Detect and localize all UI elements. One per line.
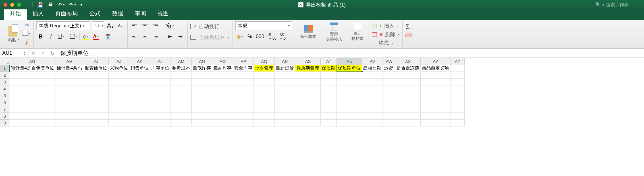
cell[interactable] (321, 72, 337, 79)
underline-button[interactable]: U▾ (57, 32, 65, 41)
fx-button[interactable]: fx (48, 49, 57, 58)
cell[interactable] (109, 72, 129, 79)
cell[interactable] (421, 92, 450, 99)
format-cells-button[interactable]: 格式▾ (372, 40, 400, 46)
zoom-window-button[interactable] (17, 3, 21, 7)
cell[interactable] (109, 113, 129, 120)
cell[interactable] (275, 120, 295, 126)
cell[interactable] (275, 113, 295, 120)
comma-style-button[interactable]: 000 (256, 32, 264, 41)
cell[interactable] (83, 99, 109, 106)
cell[interactable] (450, 72, 465, 79)
cell[interactable] (275, 72, 295, 79)
cell[interactable] (233, 92, 254, 99)
cell[interactable]: 是否走冻链 (395, 65, 421, 72)
save-icon[interactable]: 💾 (37, 2, 43, 8)
cell[interactable] (150, 85, 171, 92)
cell[interactable] (83, 79, 109, 85)
cell[interactable] (109, 120, 129, 126)
cell[interactable] (337, 92, 362, 99)
cell[interactable] (395, 85, 421, 92)
column-header[interactable]: AZ (450, 58, 465, 65)
cell[interactable] (254, 72, 275, 79)
cell[interactable] (129, 106, 150, 113)
search-sheet[interactable]: 🔍 ▾ (595, 2, 640, 7)
cell[interactable] (83, 106, 109, 113)
cell[interactable] (295, 120, 321, 126)
font-size-select[interactable]: 11▾ (92, 21, 104, 30)
cell[interactable] (362, 72, 383, 79)
row-header[interactable]: 8 (0, 113, 9, 120)
cell[interactable] (129, 85, 150, 92)
cell[interactable] (150, 106, 171, 113)
cell[interactable] (275, 79, 295, 85)
cell[interactable]: 商品自定义项 (421, 65, 450, 72)
cell[interactable] (150, 120, 171, 126)
column-header[interactable]: AX (395, 58, 421, 65)
cell[interactable] (254, 79, 275, 85)
cell[interactable] (9, 106, 55, 113)
cell[interactable] (337, 120, 362, 126)
cell[interactable] (362, 92, 383, 99)
cell[interactable] (9, 92, 55, 99)
cell[interactable]: 最低库存 (192, 65, 212, 72)
cell[interactable] (275, 99, 295, 106)
cell[interactable] (192, 106, 212, 113)
cell[interactable] (450, 65, 465, 72)
cell[interactable] (171, 85, 192, 92)
cell[interactable] (55, 79, 83, 85)
paste-button[interactable]: 粘贴▾ (6, 23, 21, 44)
search-input[interactable] (606, 2, 640, 7)
cell[interactable] (171, 113, 192, 120)
cell[interactable] (383, 72, 395, 79)
cell[interactable]: 采购单位 (109, 65, 129, 72)
column-header[interactable]: AQ (254, 58, 275, 65)
orientation-button[interactable]: ab▾ (166, 21, 174, 30)
cell[interactable] (192, 99, 212, 106)
column-header[interactable]: AR (275, 58, 295, 65)
cell[interactable]: 辅计量4是否包装单位 (9, 65, 55, 72)
cell[interactable] (395, 106, 421, 113)
align-left-button[interactable] (130, 32, 139, 41)
cell[interactable] (254, 92, 275, 99)
cell[interactable] (55, 120, 83, 126)
cell[interactable] (83, 72, 109, 79)
column-header[interactable]: AI (83, 58, 109, 65)
align-top-button[interactable] (130, 21, 139, 30)
cell[interactable]: 报表辅单位 (83, 65, 109, 72)
select-all-corner[interactable] (0, 58, 9, 65)
bold-button[interactable]: B (36, 32, 45, 41)
increase-indent-button[interactable]: ⇥ (176, 32, 184, 41)
cell[interactable] (421, 72, 450, 79)
column-header[interactable]: AJ (109, 58, 129, 65)
cell[interactable] (254, 99, 275, 106)
formula-input[interactable] (57, 50, 644, 56)
cell[interactable] (150, 113, 171, 120)
cell[interactable] (321, 106, 337, 113)
cell[interactable] (55, 113, 83, 120)
column-header[interactable]: AK (129, 58, 150, 65)
cell[interactable] (321, 113, 337, 120)
cancel-formula-button[interactable]: ✕ (28, 49, 38, 58)
name-box[interactable]: AU1 ▲▼ (0, 49, 28, 58)
cell[interactable] (233, 120, 254, 126)
cell[interactable] (233, 99, 254, 106)
row-header[interactable]: 7 (0, 106, 9, 113)
font-name-select[interactable]: 等线 Regular (正文)▾ (36, 21, 90, 30)
cell-styles-button[interactable]: 单元 格样式 (349, 22, 366, 42)
cell[interactable] (295, 106, 321, 113)
cell[interactable] (171, 79, 192, 85)
cell[interactable] (233, 85, 254, 92)
cell[interactable] (254, 106, 275, 113)
cell[interactable] (9, 120, 55, 126)
cell[interactable] (450, 79, 465, 85)
cell[interactable] (192, 120, 212, 126)
cell[interactable] (171, 99, 192, 106)
cell[interactable]: 安全库存 (233, 65, 254, 72)
column-header[interactable]: AT (321, 58, 337, 65)
cell[interactable] (233, 72, 254, 79)
qat-customize-button[interactable]: ▾ (80, 3, 82, 7)
cell[interactable] (362, 85, 383, 92)
cell[interactable] (254, 85, 275, 92)
cell[interactable] (212, 72, 233, 79)
